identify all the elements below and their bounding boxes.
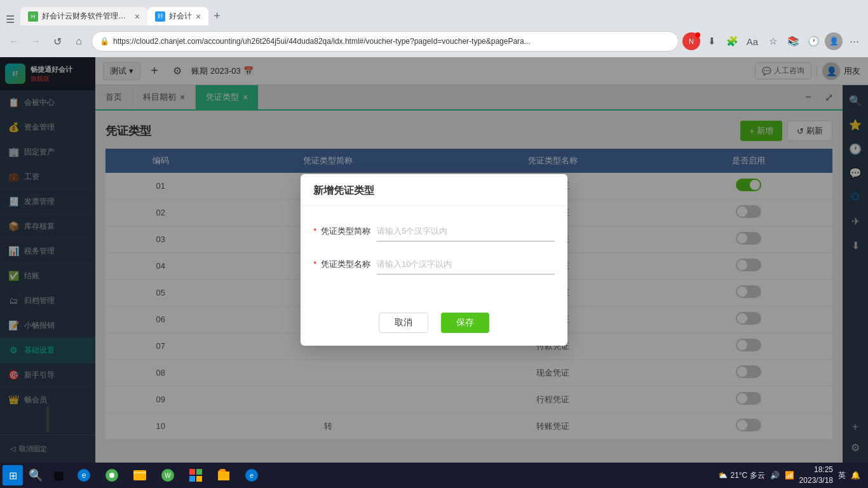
browser-tab-2-favicon: 好 (155, 11, 165, 22)
full-name-label: * 凭证类型名称 (313, 259, 377, 270)
short-name-label: * 凭证类型简称 (313, 226, 377, 237)
full-name-input[interactable] (377, 254, 555, 274)
downloads-icon[interactable]: ⬇ (703, 32, 721, 50)
svg-text:W: W (165, 472, 171, 479)
taskbar-wechat[interactable]: W (155, 465, 180, 485)
browser-tools: N ⬇ 🧩 Aa ☆ 📚 🕐 👤 ⋯ (682, 32, 863, 50)
short-name-label-text: 凭证类型简称 (321, 226, 370, 236)
short-name-row: * 凭证类型简称 (313, 221, 555, 241)
address-input[interactable]: 🔒 https://cloud2.chanjet.com/accounting/… (92, 31, 679, 51)
taskbar-files[interactable] (211, 465, 236, 485)
user-profile[interactable]: 👤 (825, 32, 843, 50)
url-text: https://cloud2.chanjet.com/accounting/uh… (113, 37, 531, 46)
svg-text:e: e (82, 471, 86, 480)
cancel-button[interactable]: 取消 (379, 313, 428, 333)
browser-tab-2-close[interactable]: × (196, 11, 201, 22)
weather-icon: ⛅ (718, 471, 728, 480)
browser-tab-2[interactable]: 好 好会计 × (147, 7, 208, 25)
modal-header: 新增凭证类型 (301, 174, 567, 206)
browser-chrome: ☰ H 好会计云财务软件管理系统_会计 × 好 好会计 × + ← → ↺ ⌂ … (0, 0, 868, 57)
refresh-button[interactable]: ↺ (48, 32, 66, 50)
date: 2023/3/18 (799, 475, 833, 486)
modal-title: 新增凭证类型 (313, 185, 374, 196)
modal-footer: 取消 保存 (301, 302, 567, 346)
modal-overlay: 新增凭证类型 * 凭证类型简称 * 凭证类型名称 取消 保存 (0, 57, 868, 463)
save-button[interactable]: 保存 (441, 313, 489, 333)
favorites-icon[interactable]: ☆ (764, 32, 782, 50)
taskbar-chrome[interactable] (99, 465, 125, 485)
taskbar-clock: 18:25 2023/3/18 (799, 464, 833, 486)
taskbar-notification: 🔔 (851, 471, 860, 480)
zoom-icon[interactable]: Aa (743, 32, 761, 50)
browser-tab-1-favicon: H (28, 11, 38, 22)
browser-tab-1-close[interactable]: × (135, 11, 140, 22)
start-button[interactable]: ⊞ (3, 465, 23, 485)
browser-tab-2-title: 好会计 (169, 11, 192, 22)
address-bar: ← → ↺ ⌂ 🔒 https://cloud2.chanjet.com/acc… (0, 25, 868, 57)
taskbar-search[interactable]: 🔍 (25, 465, 46, 485)
full-name-row: * 凭证类型名称 (313, 254, 555, 274)
browser-tab-1-title: 好会计云财务软件管理系统_会计 (42, 11, 131, 22)
browser-tab-list-icon: ☰ (6, 13, 15, 25)
history-icon[interactable]: 🕐 (804, 32, 822, 50)
taskbar-volume-icon: 📶 (785, 471, 794, 480)
svg-point-3 (109, 473, 114, 478)
back-button[interactable]: ← (5, 32, 23, 50)
taskbar-network-icon: 🔊 (770, 471, 780, 480)
taskbar-lang: 英 (838, 470, 846, 481)
taskbar-explorer[interactable] (127, 465, 153, 485)
svg-rect-10 (196, 476, 202, 482)
new-voucher-type-modal: 新增凭证类型 * 凭证类型简称 * 凭证类型名称 取消 保存 (301, 174, 567, 346)
ssl-icon: 🔒 (100, 37, 109, 46)
weather-text: 21°C 多云 (730, 470, 764, 481)
svg-text:e: e (250, 471, 254, 479)
full-name-label-text: 凭证类型名称 (321, 259, 370, 269)
required-mark: * (313, 226, 316, 236)
short-name-input[interactable] (377, 221, 555, 241)
time: 18:25 (799, 464, 833, 475)
svg-rect-7 (189, 469, 195, 475)
taskbar-edge[interactable]: e (71, 465, 97, 485)
extension-1[interactable]: N (682, 32, 700, 50)
forward-button[interactable]: → (27, 32, 44, 50)
extensions-icon[interactable]: 🧩 (723, 32, 741, 50)
taskbar-tasks[interactable]: ▦ (48, 465, 69, 485)
taskbar-edge2[interactable]: e (239, 465, 264, 485)
taskbar: ⊞ 🔍 ▦ e W e ⛅ 21°C 多云 🔊 📶 18:25 2023/3/1… (0, 463, 868, 488)
new-tab-button[interactable]: + (208, 7, 226, 25)
home-button[interactable]: ⌂ (70, 32, 88, 50)
browser-tab-1[interactable]: H 好会计云财务软件管理系统_会计 × (20, 7, 147, 25)
tab-bar: ☰ H 好会计云财务软件管理系统_会计 × 好 好会计 × + (0, 0, 868, 25)
taskbar-app5[interactable] (183, 465, 208, 485)
svg-rect-9 (189, 476, 195, 482)
required-mark-2: * (313, 259, 316, 269)
modal-body: * 凭证类型简称 * 凭证类型名称 (301, 206, 567, 302)
svg-rect-4 (133, 470, 146, 480)
taskbar-right: ⛅ 21°C 多云 🔊 📶 18:25 2023/3/18 英 🔔 (713, 464, 865, 486)
weather-info: ⛅ 21°C 多云 (718, 470, 764, 481)
collections-icon[interactable]: 📚 (784, 32, 802, 50)
svg-rect-8 (196, 469, 202, 475)
more-button[interactable]: ⋯ (845, 32, 863, 50)
